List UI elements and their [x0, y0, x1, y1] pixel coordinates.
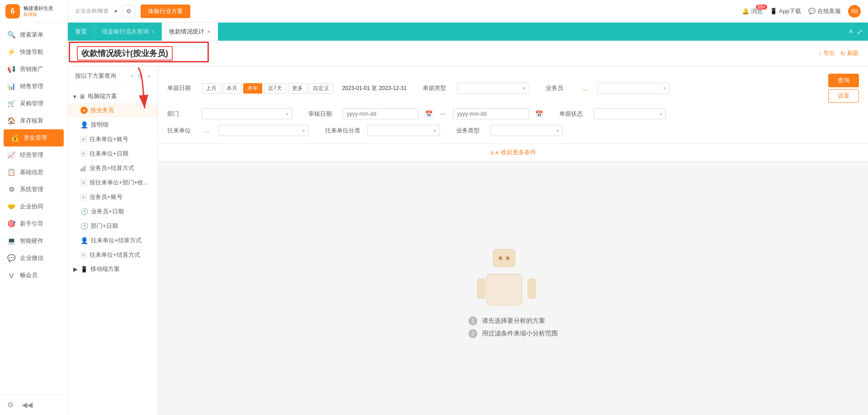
robot-eye-right: [506, 256, 509, 260]
export-btn[interactable]: ↑ 导出: [819, 49, 835, 57]
sidebar-item-label: 企业微信: [20, 254, 43, 262]
table-icon-4: ⊞: [80, 194, 87, 200]
sidebar-item-label: 基础信息: [20, 168, 43, 176]
people-icon: 👤: [80, 121, 88, 128]
tab-bar-actions: × ⤢: [844, 23, 868, 41]
date-7days-btn[interactable]: 近7天: [264, 83, 286, 94]
sidebar-item-system[interactable]: ⚙ 系统管理: [0, 181, 67, 198]
counterpart-select[interactable]: [218, 125, 309, 136]
add-scheme-btn[interactable]: +: [130, 72, 134, 80]
app-download-btn[interactable]: 📱 App下载: [770, 7, 801, 15]
sidebar-item-finance[interactable]: 💰 资金管理: [4, 129, 64, 146]
step-2-num: 2: [468, 329, 477, 338]
scheme-item-label: 按往来单位+部门+收...: [90, 179, 148, 187]
sidebar-item-member[interactable]: V 畅会员: [0, 267, 67, 284]
sidebar-item-sales[interactable]: 📊 销售管理: [0, 78, 67, 95]
restore-window-btn[interactable]: ⤢: [857, 28, 863, 36]
date-range-start: 2023-01-01: [342, 85, 370, 91]
mobile-icon: 📱: [80, 266, 88, 273]
settings-bottom-icon[interactable]: ⚙: [7, 401, 16, 410]
sidebar-item-basic-info[interactable]: 📋 基础信息: [0, 164, 67, 181]
collapse-conditions-bar[interactable]: ∧∧ 收起更多条件: [158, 144, 868, 161]
scheme-item-unit-settlement-2[interactable]: ⊞ 往来单位+结算方式: [68, 248, 158, 262]
audit-date-end-input[interactable]: [453, 108, 529, 119]
close-all-tabs-btn[interactable]: ×: [849, 28, 853, 36]
header-dropdown-icon[interactable]: ▾: [114, 8, 117, 14]
set-btn[interactable]: 设置: [828, 89, 859, 103]
logo-icon: 6: [5, 4, 20, 19]
date-range-display: 2023-01-01 至 2023-12-31: [342, 85, 407, 92]
sidebar-item-label: 系统管理: [20, 185, 43, 193]
biz-type-select-wrap: [491, 125, 563, 136]
salesperson-more-btn[interactable]: ...: [580, 84, 590, 92]
scheme-settings-btn[interactable]: ⚙: [137, 72, 143, 80]
scheme-item-unit-date[interactable]: ⊞ 往来单位+日期: [68, 146, 158, 161]
filter-area: 单据日期 上月 本月 本年 近7天 更多 自定义 2023-01-01 至 20…: [158, 66, 868, 144]
collapse-panel-btn[interactable]: «: [147, 72, 151, 80]
date-quick-buttons: 上月 本月 本年 近7天 更多 自定义: [202, 83, 333, 94]
header-gear-btn[interactable]: ⚙: [123, 5, 135, 18]
scheme-group-mobile-header[interactable]: ▶ 📱 移动端方案: [68, 262, 158, 276]
scheme-item-label: 往来单位+结算方式: [91, 236, 142, 245]
counterpart-category-select[interactable]: [368, 125, 440, 136]
date-this-year-btn[interactable]: 本年: [243, 83, 262, 94]
scheme-item-unit-account[interactable]: ⊞ 往来单位+账号: [68, 132, 158, 146]
sidebar-item-collab[interactable]: 🤝 企业协同: [0, 198, 67, 215]
refresh-btn[interactable]: ↻ 刷新: [840, 49, 859, 57]
sidebar-nav: 🔍 搜索菜单 ⚡ 快捷导航 📢 营销推广 📊 销售管理 🛒 采购管理 🏠 库存核…: [0, 23, 67, 395]
scheme-item-by-salesperson[interactable]: ● 按业务员: [68, 103, 158, 118]
sidebar-item-search[interactable]: 🔍 搜索菜单: [0, 26, 67, 43]
scheme-item-unit-settlement-1[interactable]: 👤 往来单位+结算方式: [68, 233, 158, 248]
dept-select[interactable]: [202, 108, 292, 119]
sidebar-bottom: ⚙ ◀◀: [0, 395, 67, 415]
sidebar-item-wechat[interactable]: 💬 企业微信: [0, 250, 67, 267]
sidebar-item-hardware[interactable]: 💻 智能硬件: [0, 232, 67, 250]
sidebar-item-purchase[interactable]: 🛒 采购管理: [0, 95, 67, 112]
table-icon: ⊞: [80, 136, 87, 142]
date-more-btn[interactable]: 更多: [288, 83, 307, 94]
tab-bank-flow-close[interactable]: ×: [151, 29, 154, 34]
sidebar-item-marketing[interactable]: 📢 营销推广: [0, 61, 67, 78]
sidebar-item-quick-nav[interactable]: ⚡ 快捷导航: [0, 43, 67, 61]
counterpart-more-btn[interactable]: ...: [202, 127, 211, 135]
user-avatar[interactable]: Rit: [848, 5, 861, 18]
group-mobile-label: 移动端方案: [90, 265, 120, 273]
sidebar-item-label: 采购管理: [20, 99, 43, 108]
trial-btn[interactable]: 体验行业方案: [141, 5, 190, 18]
scheme-item-label: 按明细: [91, 121, 108, 129]
page-header: 收款情况统计(按业务员) ↑ 导出 ↻ 刷新: [68, 41, 868, 66]
online-service-btn[interactable]: 💬 在线客服: [808, 7, 841, 15]
voucher-type-select[interactable]: [457, 83, 529, 94]
hardware-icon: 💻: [7, 237, 15, 245]
scheme-item-salesperson-date[interactable]: 🕐 业务员+日期: [68, 204, 158, 219]
salesperson-select[interactable]: [597, 83, 670, 94]
scheme-item-dept-date[interactable]: 🕐 部门+日期: [68, 219, 158, 233]
biz-type-select[interactable]: [491, 125, 563, 136]
scheme-item-unit-dept-receipt[interactable]: ⊞ 按往来单位+部门+收...: [68, 175, 158, 190]
sidebar-item-inventory[interactable]: 🏠 库存核算: [0, 112, 67, 129]
scheme-group-pc-header[interactable]: ▾ 🖥 电脑端方案: [68, 90, 158, 103]
page-actions: ↑ 导出 ↻ 刷新: [819, 49, 859, 57]
voucher-status-select[interactable]: [594, 108, 666, 119]
tab-receipt-stats[interactable]: 收款情况统计 ×: [162, 23, 217, 41]
date-custom-btn[interactable]: 自定义: [309, 83, 333, 94]
scheme-item-detail[interactable]: 👤 按明细: [68, 118, 158, 132]
date-last-month-btn[interactable]: 上月: [202, 83, 221, 94]
scheme-item-salesperson-account[interactable]: ⊞ 业务员+账号: [68, 190, 158, 204]
date-this-month-btn[interactable]: 本月: [222, 83, 241, 94]
scheme-item-salesperson-settlement[interactable]: 业务员+结算方式: [68, 161, 158, 175]
tab-receipt-stats-close[interactable]: ×: [207, 29, 210, 34]
cal-icon-end: 📅: [535, 110, 543, 118]
sidebar-item-label: 智能硬件: [20, 237, 43, 245]
tab-home[interactable]: 首页: [68, 23, 94, 41]
audit-date-start-input[interactable]: [343, 108, 419, 119]
table-icon-3: ⊞: [80, 179, 87, 186]
tab-bank-flow[interactable]: 现金银行流水查询 ×: [94, 23, 162, 41]
query-btn[interactable]: 查询: [828, 74, 859, 87]
robot-arm-left: [477, 278, 485, 299]
filter-row-2: 部门 审核日期 📅 — 📅 单据状态: [167, 108, 859, 119]
sidebar-item-guide[interactable]: 🎯 新手引导: [0, 215, 67, 232]
collapse-sidebar-icon[interactable]: ◀◀: [22, 401, 31, 410]
sidebar-item-operation[interactable]: 📈 经营管理: [0, 146, 67, 164]
notice-btn[interactable]: 🔔 消息 99+: [742, 7, 763, 15]
